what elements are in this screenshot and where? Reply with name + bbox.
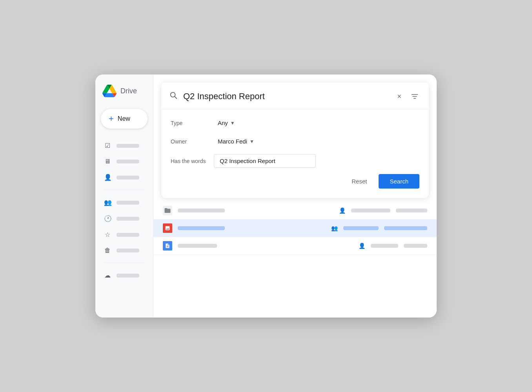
new-button[interactable]: + New [101,109,148,129]
shared-people-icon: 👥 [104,199,111,206]
trash-icon: 🗑 [104,247,111,254]
sidebar-item-trash[interactable]: 🗑 [98,243,150,258]
shared-icon: 👤 [339,207,346,214]
filter-options-button[interactable] [408,90,421,103]
check-icon: ☑ [104,142,111,149]
search-header-actions: × [395,90,421,103]
type-filter-row: Type Any ▼ [171,117,419,129]
file-size-bar [384,226,427,230]
clock-icon: 🕐 [104,215,111,222]
search-action-buttons: Reset Search [161,171,429,189]
main-content: × Type Any ▼ [153,74,437,318]
new-button-label: New [118,115,130,122]
sidebar-divider-2 [104,263,144,263]
type-filter-value: Any [218,120,228,126]
close-button[interactable]: × [395,91,404,102]
search-input[interactable] [183,91,389,102]
sidebar-item-shared-with-me[interactable]: 👥 [98,195,150,210]
sidebar-item-recent[interactable]: 🕐 [98,211,150,226]
monitor-icon: 🖥 [104,158,111,165]
owner-dropdown-arrow-icon: ▼ [250,139,254,144]
folder-icon [163,206,172,215]
search-panel: × Type Any ▼ [161,82,429,198]
owner-filter-value: Marco Fedi [218,138,247,145]
owner-filter-select[interactable]: Marco Fedi ▼ [214,136,258,147]
file-date-bar [351,209,390,212]
app-window: Drive + New ☑ 🖥 👤 👥 [95,74,437,318]
sidebar-item-label [117,160,139,163]
doc-icon [163,241,172,250]
sidebar-header: Drive [95,84,153,109]
words-filter-row: Has the words [171,154,419,168]
sidebar-item-storage[interactable]: ☁ [98,268,150,283]
words-filter-label: Has the words [171,158,206,164]
svg-line-1 [175,96,177,98]
search-button[interactable]: Search [379,174,419,189]
sidebar-nav: ☑ 🖥 👤 👥 🕐 ☆ [95,138,153,283]
file-name-bar [178,209,225,212]
file-size-bar [396,209,427,212]
people-icon: 👤 [104,174,111,181]
search-filters: Type Any ▼ Owner Marco Fedi ▼ Ha [161,109,429,171]
sidebar-item-mydrive[interactable]: ☑ [98,138,150,153]
sidebar-item-shared[interactable]: 👤 [98,170,150,185]
type-dropdown-arrow-icon: ▼ [230,120,235,126]
type-filter-select[interactable]: Any ▼ [214,117,239,129]
sidebar-item-label [117,176,139,180]
file-list: 👤 👥 [153,202,437,318]
sidebar-item-label [117,233,139,237]
sidebar-item-label [117,201,139,205]
sidebar-item-computers[interactable]: 🖥 [98,154,150,169]
sidebar-item-label [117,217,139,221]
shared-icon: 👤 [359,243,365,249]
file-name-bar [178,244,217,248]
sidebar-item-label [117,144,139,148]
file-date-bar [343,226,379,230]
reset-button[interactable]: Reset [344,174,374,189]
plus-icon: + [109,114,114,123]
file-size-bar [404,244,427,248]
file-date-bar [371,244,398,248]
sidebar-item-label [117,274,139,278]
file-name-bar [178,226,225,230]
image-icon [163,223,172,233]
app-title: Drive [120,87,137,95]
shared-icon: 👥 [331,225,338,231]
sidebar-item-starred[interactable]: ☆ [98,227,150,242]
sidebar-item-label [117,249,139,252]
words-filter-input[interactable] [214,154,316,168]
drive-logo-icon [102,84,117,98]
table-row[interactable]: 👤 [153,237,437,255]
owner-filter-label: Owner [171,138,206,145]
table-row[interactable]: 👥 [153,220,437,237]
sidebar: Drive + New ☑ 🖥 👤 👥 [95,74,153,318]
table-row[interactable]: 👤 [153,202,437,220]
star-icon: ☆ [104,231,111,238]
owner-filter-row: Owner Marco Fedi ▼ [171,136,419,147]
search-icon [169,91,178,102]
cloud-icon: ☁ [104,272,111,279]
type-filter-label: Type [171,120,206,126]
search-header: × [161,82,429,109]
sidebar-divider [104,190,144,190]
